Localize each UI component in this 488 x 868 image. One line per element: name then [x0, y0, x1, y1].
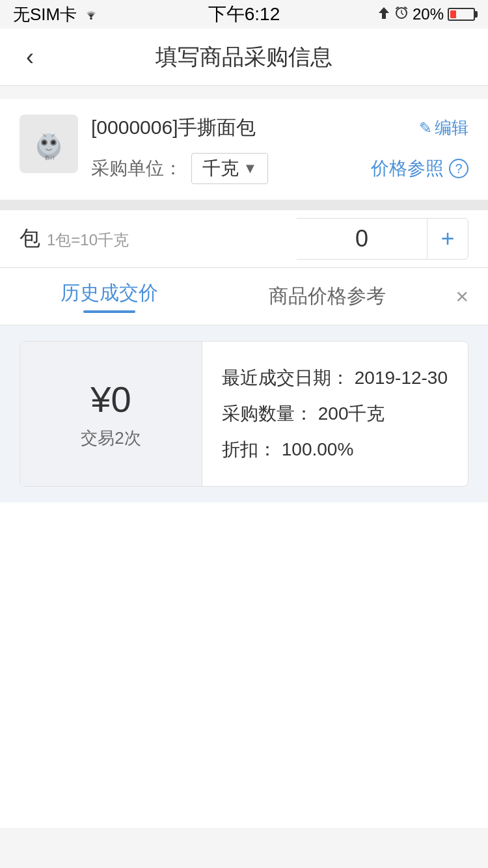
svg-text:数计: 数计 [45, 155, 55, 161]
price-summary: ¥0 交易2次 [20, 342, 202, 486]
tab-underline [83, 310, 135, 313]
product-name: [0000006]手撕面包 [91, 115, 256, 141]
price-reference-button[interactable]: 价格参照 ? [371, 156, 468, 181]
status-right: 20% [377, 5, 475, 23]
status-left: 无SIM卡 [13, 3, 100, 26]
nav-bar: ‹ 填写商品采购信息 [0, 29, 488, 86]
quantity-controls: 0 + [297, 218, 468, 260]
close-panel-button[interactable]: × [436, 284, 488, 309]
price-history-section: ¥0 交易2次 最近成交日期： 2019-12-30 采购数量： 200千克 折… [0, 325, 488, 502]
dropdown-arrow-icon: ▼ [243, 160, 257, 177]
stripe-divider [0, 200, 488, 210]
svg-point-6 [42, 141, 46, 144]
back-button[interactable]: ‹ [20, 37, 40, 77]
unit-label-group: 采购单位： 千克 ▼ [91, 153, 268, 184]
page-title: 填写商品采购信息 [156, 42, 332, 72]
alarm-icon [394, 5, 409, 23]
tabs-row: 历史成交价 商品价格参考 × [0, 268, 488, 325]
discount-row: 折扣： 100.00% [222, 437, 448, 462]
battery-icon [448, 8, 475, 21]
info-icon: ? [449, 159, 468, 178]
purchase-unit-row: 采购单位： 千克 ▼ 价格参照 ? [91, 153, 468, 184]
carrier-text: 无SIM卡 [13, 3, 77, 26]
bottom-panel: 历史成交价 商品价格参考 × ¥0 交易2次 最近成交日期： 2019-12-3… [0, 267, 488, 502]
location-icon [377, 5, 390, 23]
svg-point-7 [51, 141, 55, 144]
product-card: 数计 [0000006]手撕面包 ✎ 编辑 采购单位： 千克 ▼ [0, 99, 488, 200]
purchase-qty-row: 采购数量： 200千克 [222, 401, 448, 426]
unit-selector[interactable]: 千克 ▼ [191, 153, 268, 184]
quantity-increment-button[interactable]: + [427, 218, 468, 260]
price-card: ¥0 交易2次 最近成交日期： 2019-12-30 采购数量： 200千克 折… [20, 341, 468, 487]
transaction-count: 交易2次 [81, 427, 141, 450]
status-time: 下午6:12 [208, 2, 280, 27]
wifi-icon [82, 5, 100, 25]
svg-point-0 [90, 17, 92, 20]
quantity-row: 包 1包=10千克 0 + [0, 210, 488, 267]
product-info: [0000006]手撕面包 ✎ 编辑 采购单位： 千克 ▼ 价格参照 ? [91, 115, 468, 184]
quantity-label: 包 1包=10千克 [20, 224, 129, 253]
empty-content-area [0, 502, 488, 828]
edit-icon: ✎ [419, 119, 432, 137]
tab-product-price-ref[interactable]: 商品价格参考 [218, 268, 436, 325]
tab-history-price[interactable]: 历史成交价 [0, 268, 218, 325]
price-amount: ¥0 [90, 378, 131, 420]
quantity-input[interactable]: 0 [297, 218, 427, 260]
battery-percent: 20% [413, 5, 444, 23]
product-header: 数计 [0000006]手撕面包 ✎ 编辑 采购单位： 千克 ▼ [20, 115, 468, 184]
status-bar: 无SIM卡 下午6:12 20% [0, 0, 488, 29]
product-title-row: [0000006]手撕面包 ✎ 编辑 [91, 115, 468, 141]
product-thumbnail: 数计 [20, 115, 78, 173]
recent-date-row: 最近成交日期： 2019-12-30 [222, 365, 448, 390]
edit-button[interactable]: ✎ 编辑 [419, 116, 468, 139]
price-details: 最近成交日期： 2019-12-30 采购数量： 200千克 折扣： 100.0… [202, 342, 468, 486]
